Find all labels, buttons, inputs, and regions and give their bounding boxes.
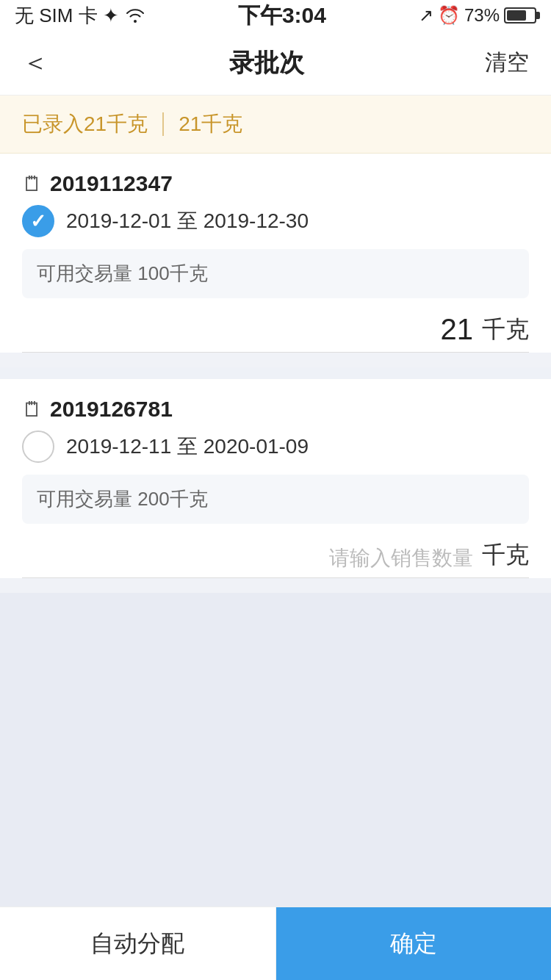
confirm-button[interactable]: 确定 — [276, 907, 552, 980]
page-title: 录批次 — [229, 46, 304, 80]
quantity-unit-1: 千克 — [482, 314, 529, 346]
batch-date-row-1: 2019-12-01 至 2019-12-30 — [22, 205, 529, 237]
batch-header-2: 🗒 2019126781 — [22, 397, 529, 422]
recorded-amount-label: 已录入21千克 — [22, 110, 148, 138]
batch-id-1: 2019112347 — [50, 171, 173, 196]
alarm-icon: ⏰ — [438, 5, 460, 26]
quantity-row-2: 千克 — [0, 524, 551, 572]
section-separator — [0, 367, 551, 379]
batch-item-2: 🗒 2019126781 2019-12-11 至 2020-01-09 可用交… — [0, 379, 551, 524]
nav-bar: ＜ 录批次 清空 — [0, 31, 551, 96]
quantity-underline-2 — [22, 577, 529, 578]
status-time: 下午3:04 — [238, 1, 326, 31]
quantity-input-1[interactable] — [326, 313, 473, 346]
battery-percent: 73% — [464, 5, 500, 26]
status-right: ↗ ⏰ 73% — [419, 5, 536, 26]
amount-label: 21千克 — [179, 110, 242, 138]
quantity-input-2[interactable] — [326, 538, 473, 572]
batch-id-2: 2019126781 — [50, 397, 173, 422]
batch-date-2: 2019-12-11 至 2020-01-09 — [66, 433, 309, 461]
bottom-bar: 自动分配 确定 — [0, 907, 551, 980]
battery-fill — [507, 10, 526, 21]
batch-available-2: 可用交易量 200千克 — [22, 475, 529, 524]
quantity-row-1: 千克 — [0, 298, 551, 346]
batch-date-1: 2019-12-01 至 2019-12-30 — [66, 207, 309, 235]
batch-doc-icon-2: 🗒 — [22, 397, 43, 422]
batch-date-row-2: 2019-12-11 至 2020-01-09 — [22, 430, 529, 463]
status-bar: 无 SIM 卡 ✦ 下午3:04 ↗ ⏰ 73% — [0, 0, 551, 31]
battery-icon — [504, 7, 536, 24]
banner-divider — [162, 112, 164, 136]
quantity-underline-1 — [22, 352, 529, 353]
auto-distribute-button[interactable]: 自动分配 — [0, 907, 276, 980]
batch-radio-1[interactable] — [22, 205, 54, 237]
location-icon: ↗ — [419, 5, 433, 26]
sim-status: 无 SIM 卡 ✦ — [15, 3, 119, 29]
batch-item-1: 🗒 2019112347 2019-12-01 至 2019-12-30 可用交… — [0, 154, 551, 298]
back-button[interactable]: ＜ — [22, 45, 48, 81]
batch-radio-2[interactable] — [22, 430, 54, 463]
wifi-icon — [125, 7, 145, 24]
empty-area — [0, 593, 551, 945]
batch-available-1: 可用交易量 100千克 — [22, 249, 529, 298]
batch-section-1: 🗒 2019112347 2019-12-01 至 2019-12-30 可用交… — [0, 154, 551, 353]
batch-section-2: 🗒 2019126781 2019-12-11 至 2020-01-09 可用交… — [0, 379, 551, 578]
batch-header-1: 🗒 2019112347 — [22, 171, 529, 196]
clear-button[interactable]: 清空 — [485, 48, 529, 78]
info-banner: 已录入21千克 21千克 — [0, 96, 551, 154]
status-left: 无 SIM 卡 ✦ — [15, 3, 145, 29]
batch-doc-icon-1: 🗒 — [22, 172, 43, 196]
quantity-unit-2: 千克 — [482, 539, 529, 572]
